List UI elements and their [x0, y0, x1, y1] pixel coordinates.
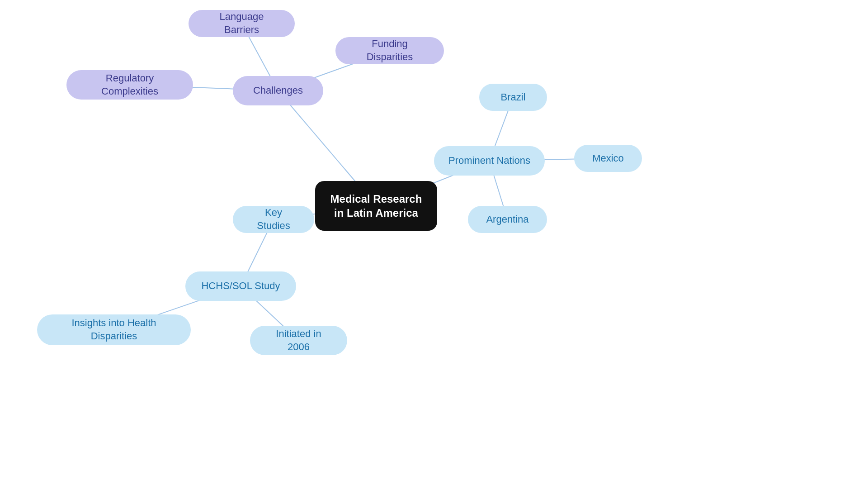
key-studies-node[interactable]: Key Studies	[233, 206, 314, 233]
center-node[interactable]: Medical Research in Latin America	[315, 181, 437, 231]
challenges-node[interactable]: Challenges	[233, 76, 323, 105]
brazil-node[interactable]: Brazil	[479, 84, 547, 111]
argentina-node[interactable]: Argentina	[468, 206, 547, 233]
regulatory-complexities-node[interactable]: Regulatory Complexities	[66, 70, 193, 100]
insights-node[interactable]: Insights into Health Disparities	[37, 314, 191, 345]
initiated-node[interactable]: Initiated in 2006	[250, 326, 347, 355]
mexico-node[interactable]: Mexico	[574, 145, 642, 172]
prominent-nations-node[interactable]: Prominent Nations	[434, 146, 545, 176]
hchs-sol-node[interactable]: HCHS/SOL Study	[185, 271, 296, 301]
funding-disparities-node[interactable]: Funding Disparities	[335, 37, 444, 64]
language-barriers-node[interactable]: Language Barriers	[189, 10, 295, 37]
